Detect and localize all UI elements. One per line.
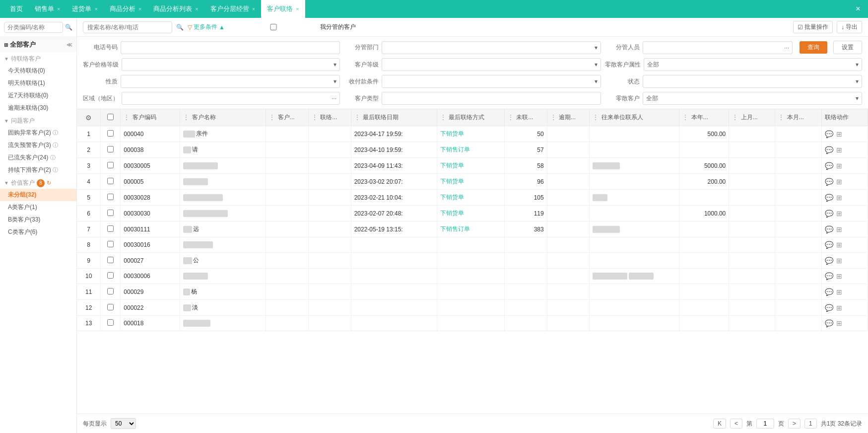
person-select[interactable]: ··· (643, 41, 793, 54)
more-action-icon[interactable]: ⊞ (836, 257, 842, 265)
contact-method-link[interactable]: 下销货单 (440, 194, 464, 201)
sidebar-item-abnormal[interactable]: 固购异常客户(2) ⓘ (0, 127, 76, 139)
price-level-select[interactable]: ▾ (122, 58, 340, 71)
chat-icon[interactable]: 💬 (825, 319, 833, 327)
first-page-button[interactable]: K (713, 419, 726, 429)
sidebar-item-ungroup[interactable]: 未分组(32) (0, 189, 76, 201)
row-checkbox[interactable] (107, 272, 114, 279)
sidebar-item-tomorrow-pending[interactable]: 明天待联络(1) (0, 77, 76, 89)
export-button[interactable]: ↓ 导出 (837, 21, 862, 33)
chat-icon[interactable]: 💬 (825, 304, 833, 312)
contact-method-link[interactable]: 下销售订单 (440, 146, 470, 153)
chat-icon[interactable]: 💬 (825, 257, 833, 265)
nav-customer-contact-close[interactable]: × (296, 6, 299, 12)
row-checkbox[interactable] (107, 146, 114, 152)
nav-home[interactable]: 首页 (4, 0, 29, 18)
row-check[interactable] (101, 158, 121, 174)
nav-customer-segment-close[interactable]: × (252, 6, 255, 12)
row-check[interactable] (101, 206, 121, 221)
row-check[interactable] (101, 190, 121, 206)
sidebar-item-7days-pending[interactable]: 近7天待联络(0) (0, 89, 76, 102)
last-page-button[interactable]: 1 (804, 419, 817, 429)
row-check[interactable] (101, 253, 121, 269)
nav-purchase-close[interactable]: × (94, 6, 97, 12)
more-action-icon[interactable]: ⊞ (836, 225, 842, 233)
row-checkbox[interactable] (107, 162, 114, 168)
chat-icon[interactable]: 💬 (825, 130, 833, 138)
chat-icon[interactable]: 💬 (825, 162, 833, 170)
nav-product-analysis-close[interactable]: × (138, 6, 141, 12)
row-check[interactable] (101, 300, 121, 316)
nav-customer-segment[interactable]: 客户分层经营 × (204, 0, 261, 18)
more-action-icon[interactable]: ⊞ (836, 178, 842, 186)
sidebar-item-overdue-uncontact[interactable]: 逾期未联络(30) (0, 102, 76, 114)
scatter-select[interactable]: 全部 ▾ (643, 92, 862, 105)
batch-operation-button[interactable]: ☑ 批量操作 (793, 21, 833, 33)
row-checkbox[interactable] (107, 304, 114, 310)
category-search-input[interactable] (4, 22, 63, 33)
row-check[interactable] (101, 142, 121, 158)
row-check[interactable] (101, 126, 121, 142)
query-button[interactable]: 查询 (800, 41, 827, 54)
more-action-icon[interactable]: ⊞ (836, 194, 842, 202)
chat-icon[interactable]: 💬 (825, 241, 833, 249)
search-input[interactable] (83, 21, 172, 33)
date-column-header[interactable]: ⋮ 最后联络日期 (351, 109, 437, 126)
row-check[interactable] (101, 174, 121, 190)
sidebar-item-lost[interactable]: 已流失客户(24) ⓘ (0, 151, 76, 164)
row-checkbox[interactable] (107, 288, 114, 294)
customer-level-select[interactable]: ▾ (382, 58, 601, 71)
sidebar-item-declining[interactable]: 持续下滑客户(2) ⓘ (0, 164, 76, 176)
reset-button[interactable]: 设置 (833, 41, 862, 54)
settings-column-header[interactable]: ⚙ (77, 109, 101, 126)
sidebar-item-loss-warning[interactable]: 流失预警客户(3) ⓘ (0, 139, 76, 151)
nav-sales-close[interactable]: × (57, 6, 60, 12)
name-column-header[interactable]: ⋮ 客户名称 (180, 109, 266, 126)
nav-product-analysis[interactable]: 商品分析 × (104, 0, 147, 18)
more-filters-button[interactable]: ▽ 更多条件 ▲ (188, 23, 225, 31)
chat-icon[interactable]: 💬 (825, 288, 833, 296)
more-action-icon[interactable]: ⊞ (836, 162, 842, 170)
row-check[interactable] (101, 221, 121, 237)
row-check[interactable] (101, 316, 121, 331)
contact-method-link[interactable]: 下销货单 (440, 162, 464, 169)
value-customers-refresh-icon[interactable]: ↻ (47, 180, 51, 186)
row-checkbox[interactable] (107, 319, 114, 326)
chat-icon[interactable]: 💬 (825, 194, 833, 202)
more-action-icon[interactable]: ⊞ (836, 319, 842, 327)
row-checkbox[interactable] (107, 225, 114, 232)
my-customers-checkbox[interactable] (229, 24, 318, 30)
more-action-icon[interactable]: ⊞ (836, 272, 842, 280)
more-action-icon[interactable]: ⊞ (836, 288, 842, 296)
per-page-select[interactable]: 50 20 100 (111, 418, 136, 429)
row-checkbox[interactable] (107, 194, 114, 200)
prev-page-button[interactable]: < (730, 419, 742, 429)
nav-customer-contact[interactable]: 客户联络 × (261, 0, 305, 18)
region-select[interactable]: ··· (122, 92, 340, 105)
chat-icon[interactable]: 💬 (825, 225, 833, 233)
check-column-header[interactable] (101, 109, 121, 126)
phone-input[interactable] (121, 41, 340, 54)
my-customers-filter[interactable]: 我分管的客户 (229, 23, 356, 31)
more-action-icon[interactable]: ⊞ (836, 304, 842, 312)
code-column-header[interactable]: ⋮ 客户编码 (121, 109, 180, 126)
chat-icon[interactable]: 💬 (825, 146, 833, 154)
status-select[interactable]: ▾ (643, 75, 862, 88)
sidebar-search-icon[interactable]: 🔍 (65, 24, 72, 31)
contact-method-link[interactable]: 下销货单 (440, 178, 464, 185)
contact-method-link[interactable]: 下销货单 (440, 130, 464, 137)
nav-product-list-close[interactable]: × (195, 6, 198, 12)
sidebar-item-c-class[interactable]: C类客户(6) (0, 226, 76, 238)
cust-type-input[interactable] (382, 92, 601, 105)
row-checkbox[interactable] (107, 130, 114, 137)
row-check[interactable] (101, 237, 121, 253)
chat-icon[interactable]: 💬 (825, 210, 833, 217)
more-action-icon[interactable]: ⊞ (836, 210, 842, 217)
nav-product-list[interactable]: 商品分析列表 × (147, 0, 204, 18)
select-all-checkbox[interactable] (107, 114, 114, 120)
nav-sales[interactable]: 销售单 × (29, 0, 66, 18)
more-action-icon[interactable]: ⊞ (836, 241, 842, 249)
sidebar-item-b-class[interactable]: B类客户(33) (0, 214, 76, 226)
collapse-icon[interactable]: ≪ (67, 42, 72, 48)
nav-purchase[interactable]: 进货单 × (66, 0, 103, 18)
